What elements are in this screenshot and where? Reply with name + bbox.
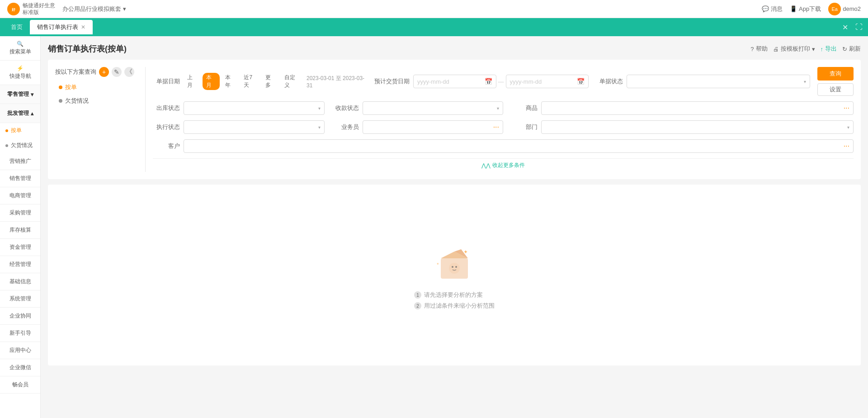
tab-sales-order[interactable]: 销售订单执行表 ✕	[30, 20, 93, 34]
scheme-collapse-btn[interactable]: 《	[124, 67, 134, 77]
scheme-dot-press	[59, 86, 62, 89]
empty-illustration: ✦ ✦	[432, 240, 477, 285]
export-icon: ↑	[821, 46, 824, 52]
svg-text:✦: ✦	[463, 249, 468, 255]
date-tab-thisyear[interactable]: 本年	[222, 73, 239, 90]
delivery-status-label: 出库状态	[153, 104, 180, 112]
setting-btn[interactable]: 设置	[817, 83, 854, 96]
dept-group: 部门 ▾	[510, 120, 854, 134]
goods-select[interactable]: ···	[541, 101, 854, 115]
date-tab-thismonth[interactable]: 本月	[203, 73, 220, 90]
tab-maximize-btn[interactable]: ⛶	[854, 21, 864, 33]
sidebar-item-ecommerce[interactable]: 电商管理	[0, 187, 40, 204]
sidebar-item-basic[interactable]: 基础信息	[0, 273, 40, 290]
svg-point-7	[449, 263, 460, 274]
payment-status-label: 收款状态	[332, 104, 359, 112]
sidebar-sub-debt[interactable]: 欠货情况	[0, 138, 40, 153]
payment-status-select[interactable]: ▾	[363, 101, 504, 115]
app-download-btn[interactable]: 📱 App下载	[790, 5, 821, 13]
filter-row-3: 执行状态 ▾ 业务员 ···	[153, 120, 854, 134]
exec-status-select[interactable]: ▾	[184, 120, 325, 134]
sidebar-item-enterprise[interactable]: 企业协同	[0, 308, 40, 325]
filter-row-1: 单据日期 上月 本月 本年 近7天 更多 自定义 2023-03-01 至 20…	[153, 67, 854, 96]
sidebar-item-sales[interactable]: 销售管理	[0, 170, 40, 187]
order-status-chevron: ▾	[804, 79, 806, 84]
messages-btn[interactable]: 💬 消息	[762, 5, 783, 13]
header-left: 好 畅捷通好生意 标准版 办公用品行业模拟账套 ▾	[7, 2, 130, 15]
search-btn[interactable]: 查询	[817, 67, 854, 81]
expected-date-from[interactable]: yyyy-mm-dd 📅	[413, 75, 496, 88]
tip-num-2: 2	[414, 302, 421, 309]
filter-row-4: 客户 ···	[153, 139, 854, 153]
collapse-arrow-icon: ⋀⋀	[481, 162, 491, 169]
delivery-status-select[interactable]: ▾	[184, 101, 325, 115]
expected-date-to[interactable]: yyyy-mm-dd 📅	[506, 75, 589, 88]
customer-input[interactable]: ···	[184, 139, 854, 153]
sidebar-item-retail[interactable]: 零售管理 ▾	[0, 85, 40, 104]
date-tab-custom[interactable]: 自定义	[281, 73, 303, 90]
salesperson-group: 业务员 ···	[332, 120, 504, 134]
action-col: 查询 设置	[817, 67, 854, 96]
tab-home[interactable]: 首页	[4, 20, 30, 34]
scheme-add-btn[interactable]: +	[99, 67, 109, 77]
sidebar-sub-press[interactable]: 按单	[0, 123, 40, 138]
empty-tip-1: 1 请先选择要分析的方案	[414, 291, 495, 299]
scheme-dot-debt	[59, 99, 62, 103]
logo-icon: 好	[7, 3, 20, 15]
sidebar-item-system[interactable]: 系统管理	[0, 290, 40, 308]
header-right: 💬 消息 📱 App下载 Ea demo2	[762, 3, 861, 15]
scheme-item-press[interactable]: 按单	[55, 81, 140, 94]
scheme-item-debt[interactable]: 欠货情况	[55, 94, 140, 108]
dept-select[interactable]: ▾	[541, 120, 854, 134]
sidebar-item-marketing[interactable]: 营销推广	[0, 153, 40, 170]
sidebar-item-finance[interactable]: 资金管理	[0, 239, 40, 256]
order-status-label: 单据状态	[596, 77, 623, 86]
sidebar-item-purchase[interactable]: 采购管理	[0, 204, 40, 222]
help-btn[interactable]: ? 帮助	[750, 45, 767, 53]
date-tab-more[interactable]: 更多	[262, 73, 279, 90]
exec-status-label: 执行状态	[153, 123, 180, 131]
print-btn[interactable]: 🖨 按模板打印 ▾	[773, 45, 815, 53]
collapse-btn[interactable]: ⋀⋀ 收起更多条件	[153, 158, 854, 172]
refresh-btn[interactable]: ↻ 刷新	[842, 45, 861, 53]
date-tab-lastmonth[interactable]: 上月	[184, 73, 201, 90]
goods-dots-icon: ···	[844, 104, 849, 112]
date-tabs: 上月 本月 本年 近7天 更多 自定义	[184, 73, 303, 90]
tab-close-window-btn[interactable]: ✕	[840, 21, 850, 33]
phone-icon: 📱	[790, 5, 797, 12]
date-tab-7days[interactable]: 近7天	[240, 73, 260, 90]
empty-tip-2: 2 用过滤条件来缩小分析范围	[414, 302, 495, 310]
quicknav-icon: ⚡	[17, 65, 24, 71]
dept-chevron: ▾	[847, 125, 849, 130]
order-date-label: 单据日期	[153, 77, 180, 86]
print-icon: 🖨	[773, 46, 779, 52]
user-area[interactable]: Ea demo2	[828, 3, 861, 15]
svg-text:好: 好	[11, 8, 16, 12]
sidebar-item-wechat[interactable]: 企业微信	[0, 359, 40, 376]
top-header: 好 畅捷通好生意 标准版 办公用品行业模拟账套 ▾ 💬 消息 📱 App下载 E…	[0, 0, 868, 18]
order-status-select[interactable]: ▾	[627, 75, 810, 88]
sidebar-item-quicknav[interactable]: ⚡ 快捷导航	[0, 61, 40, 85]
sidebar-item-member[interactable]: 畅会员	[0, 376, 40, 394]
date-separator: —	[498, 78, 504, 85]
salesperson-label: 业务员	[332, 123, 359, 131]
goods-label: 商品	[510, 104, 538, 112]
tip-num-1: 1	[414, 291, 421, 299]
sidebar-item-inventory[interactable]: 库存核算	[0, 222, 40, 239]
industry-selector[interactable]: 办公用品行业模拟账套 ▾	[59, 5, 130, 13]
sidebar-item-search[interactable]: 🔍 搜索菜单	[0, 36, 40, 61]
expected-date-group: 预计交货日期 yyyy-mm-dd 📅 — yyyy-mm-dd 📅	[374, 75, 589, 88]
sidebar-item-operations[interactable]: 经营管理	[0, 256, 40, 273]
customer-label: 客户	[153, 142, 180, 150]
content-area: 销售订单执行表(按单) ? 帮助 🖨 按模板打印 ▾ ↑ 导出 ↻ 刷新	[41, 36, 868, 418]
sidebar-item-guide[interactable]: 新手引导	[0, 325, 40, 342]
calendar-icon-to: 📅	[577, 78, 585, 85]
svg-point-9	[455, 266, 457, 268]
sidebar-item-wholesale[interactable]: 批发管理 ▴	[0, 104, 40, 123]
salesperson-input[interactable]: ···	[363, 120, 504, 134]
tab-close-icon[interactable]: ✕	[81, 24, 85, 30]
sidebar-item-appstore[interactable]: 应用中心	[0, 342, 40, 359]
tab-bar: 首页 销售订单执行表 ✕ ✕ ⛶	[0, 18, 868, 36]
scheme-edit-btn[interactable]: ✎	[112, 67, 122, 77]
export-btn[interactable]: ↑ 导出	[821, 45, 837, 53]
